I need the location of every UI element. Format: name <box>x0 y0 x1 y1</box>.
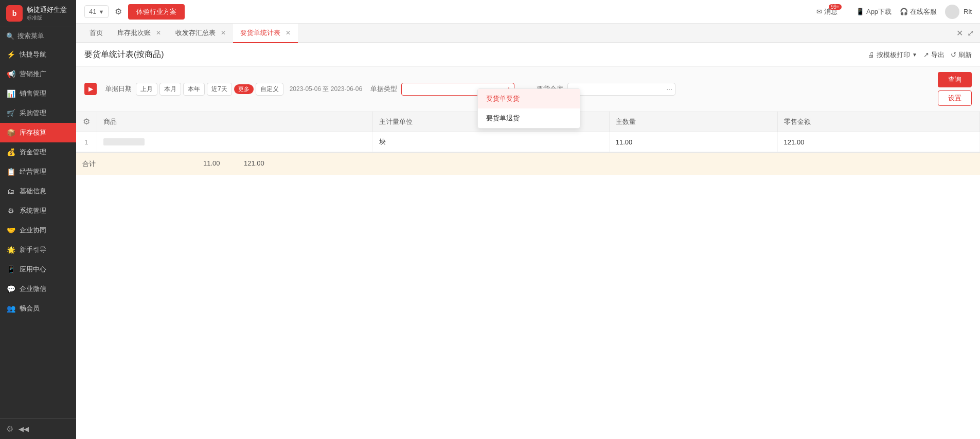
store-selector[interactable]: 41 ▼ <box>84 5 109 18</box>
print-label: 按模板打印 <box>877 50 910 60</box>
col-settings-icon[interactable]: ⚙ <box>83 117 90 126</box>
user-avatar[interactable]: Rit <box>945 5 972 19</box>
refresh-icon: ↺ <box>951 51 956 59</box>
purchase-icon: 🛒 <box>6 109 15 117</box>
print-btn[interactable]: 🖨 按模板打印 ▼ <box>868 50 917 60</box>
sidebar-item-label: 新手引导 <box>20 245 46 254</box>
date-range-display: 2023-05-06 至 2023-06-06 <box>290 85 362 94</box>
sidebar-item-wechat[interactable]: 💬 企业微信 <box>0 279 76 299</box>
tab-receivable-close[interactable]: ✕ <box>221 29 226 36</box>
query-btn[interactable]: 查询 <box>938 72 972 87</box>
row-qty: 11.00 <box>609 132 777 152</box>
dropdown-item-order-goods[interactable]: 要货单要货 <box>478 89 580 108</box>
tab-home[interactable]: 首页 <box>82 24 110 43</box>
apps-icon: 📱 <box>6 265 15 273</box>
message-icon: ✉ <box>816 8 822 15</box>
col-amount: 零售金额 <box>777 112 979 132</box>
sidebar-item-finance[interactable]: 💰 资金管理 <box>0 142 76 162</box>
sidebar-item-label: 基础信息 <box>20 187 46 196</box>
sidebar-item-label: 销售管理 <box>20 89 46 98</box>
online-service-btn[interactable]: 🎧 在线客服 <box>900 7 937 16</box>
sidebar-item-sales[interactable]: 📊 销售管理 <box>0 84 76 103</box>
tab-inventory-batch[interactable]: 库存批次账 ✕ <box>110 24 168 43</box>
footer-total-label: 合计 <box>82 159 183 169</box>
export-label: 导出 <box>931 50 945 60</box>
print-icon: 🖨 <box>868 51 875 59</box>
sidebar-item-collab[interactable]: 🤝 企业协同 <box>0 221 76 240</box>
avatar <box>945 5 959 19</box>
app-logo-icon: b <box>6 5 23 22</box>
filter-settings-btn[interactable]: 设置 <box>938 90 972 106</box>
sidebar-item-basic[interactable]: 🗂 基础信息 <box>0 181 76 201</box>
tab-order-stats-label: 要货单统计表 <box>240 28 280 38</box>
sidebar-item-label: 企业微信 <box>20 284 46 294</box>
trial-btn[interactable]: 体验行业方案 <box>128 4 185 20</box>
tab-close-all-icon[interactable]: ✕ <box>956 28 963 38</box>
date-more-btn[interactable]: 更多 <box>234 84 254 94</box>
basic-icon: 🗂 <box>6 187 15 195</box>
header-gear-icon[interactable]: ⚙ <box>115 7 122 16</box>
warehouse-filter-input[interactable] <box>567 83 675 96</box>
sales-icon: 📊 <box>6 89 15 98</box>
sidebar-item-system[interactable]: ⚙ 系统管理 <box>0 201 76 221</box>
refresh-btn[interactable]: ↺ 刷新 <box>951 50 972 60</box>
date-btn-year[interactable]: 本年 <box>183 83 205 96</box>
table-footer: 合计 11.00 121.00 <box>76 152 980 175</box>
product-name-placeholder <box>103 138 145 145</box>
sidebar-item-operations[interactable]: 📋 经营管理 <box>0 162 76 181</box>
sidebar-item-guide[interactable]: 🌟 新手引导 <box>0 240 76 260</box>
tab-expand-icon[interactable]: ⤢ <box>967 28 974 38</box>
app-version: 标准版 <box>27 14 67 21</box>
row-product <box>97 132 372 152</box>
sidebar-bottom: ⚙ ◀◀ <box>0 418 76 439</box>
tab-inventory-batch-close[interactable]: ✕ <box>156 29 161 36</box>
col-product: 商品 <box>97 112 372 132</box>
tab-receivable[interactable]: 收发存汇总表 ✕ <box>168 24 233 43</box>
app-download-btn[interactable]: 📱 App下载 <box>856 7 892 16</box>
date-btn-cur[interactable]: 本月 <box>159 83 181 96</box>
warehouse-dots: ··· <box>666 85 672 93</box>
sidebar-settings-icon[interactable]: ⚙ <box>6 424 13 434</box>
tab-bar: 首页 库存批次账 ✕ 收发存汇总表 ✕ 要货单统计表 ✕ ✕ ⤢ <box>76 24 980 43</box>
sidebar-item-apps[interactable]: 📱 应用中心 <box>0 260 76 279</box>
sidebar-item-label: 资金管理 <box>20 148 46 157</box>
wechat-icon: 💬 <box>6 285 15 293</box>
col-settings[interactable]: ⚙ <box>76 112 97 132</box>
type-filter-label: 单据类型 <box>370 84 397 94</box>
sidebar-collapse-btn[interactable]: ◀◀ <box>19 425 29 433</box>
sidebar-item-search[interactable]: 🔍 搜索菜单 <box>0 27 76 45</box>
sidebar-item-inventory[interactable]: 📦 库存核算 <box>0 123 76 142</box>
sidebar-item-label: 快捷导航 <box>20 50 46 59</box>
date-btn-up[interactable]: 上月 <box>136 83 157 96</box>
search-icon: 🔍 <box>6 32 14 40</box>
export-btn[interactable]: ↗ 导出 <box>923 50 945 60</box>
sidebar-item-label: 企业协同 <box>20 226 46 235</box>
sidebar-search-label: 搜索菜单 <box>17 31 44 41</box>
tab-inventory-batch-label: 库存批次账 <box>117 28 151 38</box>
date-custom-btn[interactable]: 自定义 <box>256 83 283 96</box>
filter-expand-btn[interactable]: ▶ <box>84 83 97 95</box>
date-btn-7[interactable]: 近7天 <box>207 83 232 96</box>
online-service-label: 在线客服 <box>910 7 937 16</box>
dropdown-item-order-return[interactable]: 要货单退货 <box>478 108 580 128</box>
tab-home-label: 首页 <box>90 28 103 38</box>
member-icon: 👥 <box>6 304 15 313</box>
company-name: 畅捷通好生意 <box>27 6 67 14</box>
footer-total-amount: 121.00 <box>230 159 272 169</box>
row-unit: 块 <box>372 132 609 152</box>
table-row: 1 块 11.00 121.00 <box>76 132 980 152</box>
sidebar-item-purchase[interactable]: 🛒 采购管理 <box>0 103 76 123</box>
date-filter-group: 单据日期 上月 本月 本年 近7天 更多 自定义 2023-05-06 至 20… <box>105 83 362 96</box>
sidebar-item-label: 库存核算 <box>20 128 46 137</box>
sidebar-item-label: 营销推广 <box>20 69 46 79</box>
tab-order-stats-close[interactable]: ✕ <box>286 29 291 36</box>
sidebar-item-quick-nav[interactable]: ⚡ 快捷导航 <box>0 45 76 64</box>
main-area: 41 ▼ ⚙ 体验行业方案 ✉ 消息 99+ 📱 App下载 🎧 在线客服 R <box>76 0 980 439</box>
tab-order-stats[interactable]: 要货单统计表 ✕ <box>233 24 298 43</box>
sidebar-item-member[interactable]: 👥 畅会员 <box>0 299 76 318</box>
sidebar-item-label: 采购管理 <box>20 108 46 118</box>
print-chevron-icon: ▼ <box>912 52 917 58</box>
sidebar-item-marketing[interactable]: 📢 营销推广 <box>0 64 76 84</box>
app-download-icon: 📱 <box>856 8 864 15</box>
message-btn[interactable]: ✉ 消息 99+ <box>816 7 838 16</box>
